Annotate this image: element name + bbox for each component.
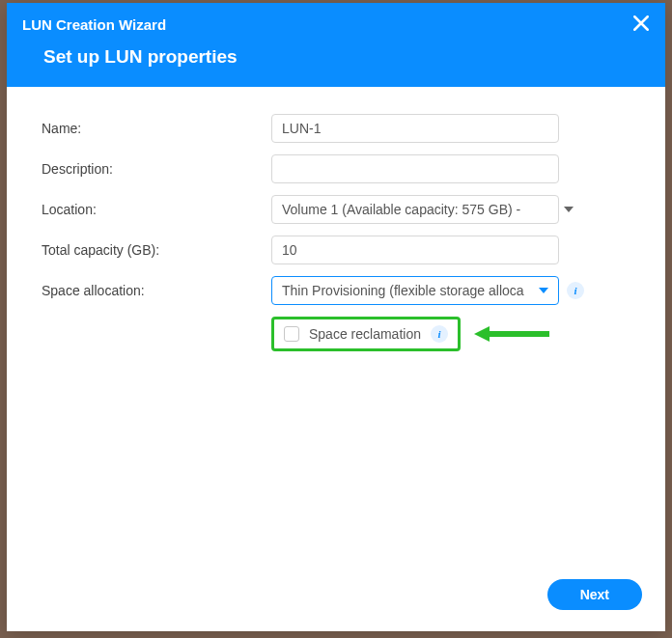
row-location: Location: Volume 1 (Available capacity: …: [42, 195, 630, 224]
row-allocation: Space allocation: Thin Provisioning (fle…: [42, 276, 630, 305]
info-icon[interactable]: i: [567, 282, 584, 299]
svg-marker-1: [474, 326, 490, 342]
wizard-footer: Next: [7, 568, 665, 631]
row-description: Description:: [42, 154, 630, 183]
location-label: Location:: [42, 202, 271, 217]
wizard-subtitle: Set up LUN properties: [22, 46, 650, 68]
arrow-left-icon: [474, 324, 549, 344]
allocation-value: Thin Provisioning (flexible storage allo…: [282, 283, 531, 298]
wizard-header: LUN Creation Wizard Set up LUN propertie…: [7, 3, 665, 87]
row-capacity: Total capacity (GB):: [42, 236, 630, 264]
row-space-reclamation: Space reclamation i: [271, 317, 630, 351]
wizard-title: LUN Creation Wizard: [22, 13, 650, 46]
location-select[interactable]: Volume 1 (Available capacity: 575 GB) -: [271, 195, 559, 224]
name-label: Name:: [42, 121, 271, 136]
description-label: Description:: [42, 161, 271, 177]
allocation-select[interactable]: Thin Provisioning (flexible storage allo…: [271, 276, 559, 305]
capacity-input[interactable]: [271, 236, 559, 264]
allocation-label: Space allocation:: [42, 283, 271, 298]
space-reclamation-label: Space reclamation: [309, 326, 421, 342]
arrow-annotation: [474, 324, 549, 344]
capacity-label: Total capacity (GB):: [42, 242, 271, 258]
space-reclamation-checkbox[interactable]: [284, 326, 299, 342]
lun-creation-wizard: LUN Creation Wizard Set up LUN propertie…: [7, 3, 665, 631]
info-icon[interactable]: i: [431, 325, 448, 343]
highlight-annotation: Space reclamation i: [271, 317, 461, 351]
row-name: Name:: [42, 114, 630, 143]
name-input[interactable]: [271, 114, 559, 143]
location-value: Volume 1 (Available capacity: 575 GB) -: [282, 202, 520, 217]
wizard-body: Name: Description: Location: Volume 1 (A…: [7, 87, 665, 568]
description-input[interactable]: [271, 154, 559, 183]
close-button[interactable]: [632, 14, 650, 32]
next-button[interactable]: Next: [547, 579, 642, 610]
close-icon: [632, 14, 650, 32]
